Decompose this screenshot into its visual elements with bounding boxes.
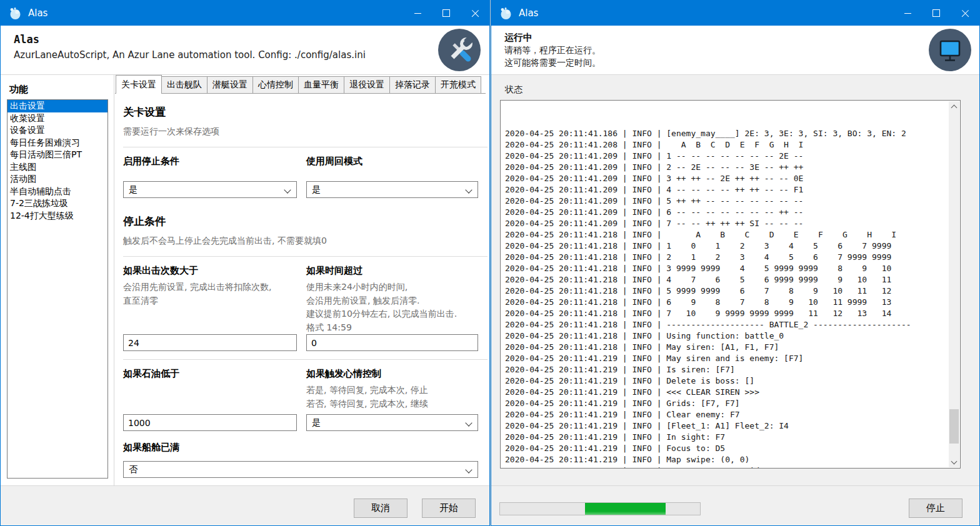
sidebar-item[interactable]: 收菜设置 <box>8 112 108 125</box>
progress-bar <box>499 502 701 515</box>
field-hint-line: 格式 14:59 <box>306 321 478 335</box>
emotion-dropdown[interactable]: 是 <box>306 414 478 431</box>
sidebar-heading: 功能 <box>9 84 114 96</box>
section-title: 关卡设置 <box>123 105 488 119</box>
close-button[interactable] <box>951 1 979 26</box>
alas-logo-icon <box>499 6 512 20</box>
log-line: 2020-04-25 20:11:41.695 | INFO | Convert… <box>505 465 948 468</box>
tab[interactable]: 潜艇设置 <box>207 76 253 93</box>
sidebar-item[interactable]: 半自动辅助点击 <box>8 186 108 198</box>
log-line: 2020-04-25 20:11:41.218 | INFO | A B C D… <box>505 229 948 241</box>
form-row: 启用停止条件 是 使用周回模式 是 <box>123 156 488 198</box>
scroll-up-button[interactable] <box>949 101 959 112</box>
log-line: 2020-04-25 20:11:41.218 | INFO | May sir… <box>505 342 948 353</box>
runner-line2: 这可能将需要一定时间。 <box>491 56 979 69</box>
dropdown-value: 是 <box>129 184 138 196</box>
dropdown-value: 是 <box>312 417 321 429</box>
field-hint-line: 会沿用先前设置, 完成出击将扣除次数, <box>123 280 297 294</box>
sidebar-item[interactable]: 12-4打大型练级 <box>8 210 108 222</box>
log-line: 2020-04-25 20:11:41.218 | INFO | 2 1 2 3… <box>505 252 948 263</box>
tab[interactable]: 血量平衡 <box>298 76 344 93</box>
chevron-down-icon <box>951 458 958 464</box>
minimize-icon <box>904 13 911 14</box>
cancel-button[interactable]: 取消 <box>354 499 408 518</box>
log-line: 2020-04-25 20:11:41.218 | INFO | Using f… <box>505 330 948 342</box>
log-line: 2020-04-25 20:11:41.219 | INFO | Grids: … <box>505 398 948 409</box>
footer-bar: 停止 <box>491 485 979 525</box>
dock-full-dropdown[interactable]: 否 <box>123 461 478 478</box>
tools-icon <box>438 28 481 72</box>
log-line: 2020-04-25 20:11:41.218 | INFO | 1 0 1 2… <box>505 241 948 252</box>
log-line: 2020-04-25 20:11:41.219 | INFO | May sir… <box>505 353 948 364</box>
sidebar-item[interactable]: 每日任务困难演习 <box>8 137 108 149</box>
form-row: 如果石油低于 如果触发心情控制 若是, 等待回复, 完成本次, 停止若否, 等待… <box>123 368 488 431</box>
close-button[interactable] <box>461 1 489 26</box>
form-row: 如果出击次数大于 会沿用先前设置, 完成出击将扣除次数,直至清零 如果时间超过 … <box>123 265 488 351</box>
sidebar-item[interactable]: 每日活动图三倍PT <box>8 149 108 161</box>
field-hint-line: 建议提前10分钟左右, 以完成当前出击. <box>306 307 478 321</box>
settings-form: 关卡设置 需要运行一次来保存选项 启用停止条件 是 使用周回模式 <box>115 94 488 478</box>
log-box[interactable]: 2020-04-25 20:11:41.186 | INFO | [enemy_… <box>500 100 961 469</box>
chevron-down-icon <box>465 466 472 473</box>
maximize-button[interactable] <box>432 1 461 26</box>
time-over-label: 如果时间超过 <box>306 265 478 277</box>
sidebar-item[interactable]: 设备设置 <box>8 124 108 137</box>
field-hint-line: 若否, 等待回复, 完成本次, 继续 <box>306 397 478 411</box>
maximize-icon <box>442 9 450 17</box>
log-viewport: 2020-04-25 20:11:41.186 | INFO | [enemy_… <box>505 101 948 468</box>
alas-logo-icon <box>8 6 22 20</box>
sidebar-item[interactable]: 主线图 <box>8 161 108 174</box>
separator <box>123 147 488 147</box>
start-button[interactable]: 开始 <box>422 499 476 518</box>
minimize-icon <box>414 13 421 14</box>
sidebar-item[interactable]: 7-2三战拣垃圾 <box>8 197 108 210</box>
runner-line1: 请稍等，程序正在运行。 <box>491 44 979 56</box>
stop-button[interactable]: 停止 <box>909 499 962 518</box>
tab[interactable]: 心情控制 <box>252 76 299 93</box>
emotion-label: 如果触发心情控制 <box>306 368 478 380</box>
minimize-button[interactable] <box>893 1 922 26</box>
time-over-input[interactable] <box>306 334 478 351</box>
field-hint-line: 直至清零 <box>123 294 297 308</box>
log-scrollbar[interactable] <box>949 101 959 467</box>
tab[interactable]: 关卡设置 <box>116 75 162 94</box>
sidebar: 功能 出击设置收菜设置设备设置每日任务困难演习每日活动图三倍PT主线图活动图半自… <box>1 75 114 485</box>
log-line: 2020-04-25 20:11:41.218 | INFO | 4 7 6 5… <box>505 274 948 285</box>
log-lines: 2020-04-25 20:11:41.186 | INFO | [enemy_… <box>505 101 948 468</box>
titlebar[interactable]: Alas <box>491 1 979 26</box>
log-line: 2020-04-25 20:11:41.219 | INFO | Map swi… <box>505 454 948 465</box>
enable-stop-dropdown[interactable]: 是 <box>123 181 297 198</box>
minimize-button[interactable] <box>403 1 432 26</box>
scroll-down-button[interactable] <box>949 457 959 467</box>
tab[interactable]: 掉落记录 <box>389 76 436 93</box>
app-header: Alas AzurLaneAutoScript, An Azur Lane au… <box>1 26 489 75</box>
sidebar-item[interactable]: 活动图 <box>8 173 108 186</box>
settings-window: Alas Alas AzurLaneAutoScript, An Azur La… <box>0 0 490 526</box>
log-line: 2020-04-25 20:11:41.218 | INFO | 7 10 9 … <box>505 308 948 319</box>
count-gt-input[interactable] <box>123 334 297 351</box>
titlebar[interactable]: Alas <box>1 1 489 26</box>
log-line: 2020-04-25 20:11:41.209 | INFO | 1 -- --… <box>505 151 948 162</box>
log-line: 2020-04-25 20:11:41.219 | INFO | Focus t… <box>505 443 948 454</box>
dropdown-value: 否 <box>129 464 138 475</box>
tab[interactable]: 退役设置 <box>344 76 390 93</box>
oil-low-label: 如果石油低于 <box>123 368 297 380</box>
field-hint-line: 使用未来24小时内的时间, <box>306 280 478 294</box>
log-line: 2020-04-25 20:11:41.219 | INFO | Delete … <box>505 375 948 387</box>
loop-mode-dropdown[interactable]: 是 <box>306 181 478 198</box>
maximize-button[interactable] <box>922 1 951 26</box>
sidebar-item[interactable]: 出击设置 <box>8 100 108 112</box>
tab[interactable]: 出击舰队 <box>161 76 208 93</box>
stop-section-title: 停止条件 <box>123 214 488 229</box>
log-line: 2020-04-25 20:11:41.219 | INFO | Clear e… <box>505 409 948 420</box>
tab[interactable]: 开荒模式 <box>435 76 481 93</box>
desktop: Alas Alas AzurLaneAutoScript, An Azur La… <box>0 0 980 526</box>
scrollbar-thumb[interactable] <box>949 409 959 444</box>
oil-low-input[interactable] <box>123 414 297 431</box>
function-list[interactable]: 出击设置收菜设置设备设置每日任务困难演习每日活动图三倍PT主线图活动图半自动辅助… <box>7 99 108 479</box>
footer-bar: 取消 开始 <box>1 485 489 525</box>
maximize-icon <box>932 9 940 17</box>
close-icon <box>961 9 970 18</box>
chevron-up-icon <box>951 104 958 111</box>
app-subtitle: AzurLaneAutoScript, An Azur Lane automat… <box>1 46 489 61</box>
